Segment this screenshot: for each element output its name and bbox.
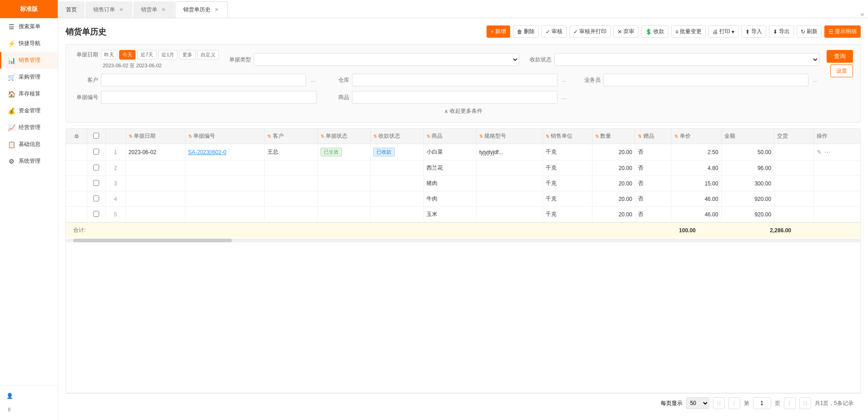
warehouse-dots[interactable]: ... — [560, 77, 568, 83]
sidebar-item-fund-mgmt[interactable]: 💰 资金管理 — [0, 102, 58, 119]
sidebar-item-search-menu[interactable]: ☰ 搜索菜单 — [0, 18, 58, 35]
sidebar-item-basic-info[interactable]: 📋 基础信息 — [0, 136, 58, 153]
col-doc-date[interactable]: ⇅ 单据日期 — [125, 129, 185, 144]
col-price[interactable]: ⇅ 单价 — [672, 129, 721, 144]
date-custom-btn[interactable]: 自定义 — [197, 50, 219, 60]
audit-button[interactable]: ✓ 审核 — [542, 25, 567, 38]
more-icon[interactable]: ⋯ — [824, 149, 830, 155]
batch-change-button[interactable]: ≡ 批量变更 — [671, 25, 706, 38]
col-qty[interactable]: ⇅ 数量 — [592, 129, 635, 144]
tab-close-sales-history[interactable]: ✕ — [213, 6, 220, 13]
row-checkbox[interactable] — [93, 195, 99, 201]
close-all-tabs-button[interactable]: ✕ — [860, 12, 864, 18]
fund-mgmt-icon: 💰 — [8, 107, 15, 115]
customer-input[interactable] — [101, 74, 306, 86]
col-doc-status[interactable]: ⇅ 单据状态 — [317, 129, 370, 144]
date-more-btn[interactable]: 更多 — [179, 50, 196, 60]
salesperson-input[interactable] — [603, 74, 808, 86]
date-month-btn[interactable]: 近1月 — [158, 50, 177, 60]
col-doc-no[interactable]: ⇅ 单据编号 — [185, 129, 265, 144]
col-checkbox[interactable] — [87, 129, 106, 144]
import-button[interactable]: ⬆ 导入 — [741, 25, 766, 38]
next-page-button[interactable]: ⟩ — [784, 397, 796, 409]
row-settings-cell — [66, 176, 87, 191]
filter-row-2: 客户 ... 仓库 ... 业务员 ... — [73, 74, 819, 86]
refresh-button[interactable]: ↻ 刷新 — [797, 25, 822, 38]
goods-input[interactable] — [352, 91, 557, 104]
last-page-button[interactable]: ⟩⟩ — [799, 397, 811, 409]
sidebar-item-purchase-mgmt[interactable]: 🛒 采购管理 — [0, 69, 58, 85]
tab-sales-goods[interactable]: 销货单 ✕ — [133, 1, 175, 18]
row-checkbox-cell[interactable] — [87, 191, 106, 207]
row-doc-no[interactable] — [185, 191, 265, 207]
tab-close-sales-order[interactable]: ✕ — [118, 6, 125, 13]
col-goods[interactable]: ⇅ 商品 — [423, 129, 476, 144]
page-number-input[interactable] — [753, 397, 771, 409]
col-payment-status[interactable]: ⇅ 收款状态 — [371, 129, 423, 144]
select-all-checkbox[interactable] — [93, 133, 99, 139]
date-yesterday-btn[interactable]: 昨天 — [101, 50, 117, 60]
row-checkbox[interactable] — [93, 211, 99, 217]
col-spec[interactable]: ⇅ 规格型号 — [477, 129, 543, 144]
horizontal-scrollbar[interactable] — [66, 239, 860, 242]
show-detail-button[interactable]: ☰ 显示明细 — [824, 25, 861, 38]
row-checkbox[interactable] — [93, 165, 99, 170]
sidebar-collapse[interactable]: ⏸ — [0, 403, 58, 416]
payment-status-select[interactable] — [554, 53, 819, 66]
prev-page-button[interactable]: ⟨ — [728, 397, 740, 409]
audit-print-button[interactable]: ✓ 审核并打印 — [569, 25, 611, 38]
col-customer[interactable]: ⇅ 客户 — [265, 129, 317, 144]
row-checkbox-cell[interactable] — [87, 207, 106, 222]
tab-home[interactable]: 首页 — [58, 1, 85, 18]
warehouse-input[interactable] — [352, 74, 557, 86]
sidebar-item-stock-calc[interactable]: 🏠 库存核算 — [0, 85, 58, 102]
row-checkbox-cell[interactable] — [87, 144, 106, 160]
tab-sales-order[interactable]: 销售订单 ✕ — [85, 1, 132, 18]
row-checkbox-cell[interactable] — [87, 176, 106, 191]
sidebar-item-ops-mgmt[interactable]: 📈 经营管理 — [0, 119, 58, 136]
customer-dots[interactable]: ... — [309, 77, 317, 83]
show-detail-icon: ☰ — [828, 29, 833, 35]
col-gift[interactable]: ⇅ 赠品 — [635, 129, 672, 144]
abandon-button[interactable]: ✕ 弃审 — [613, 25, 638, 38]
first-page-button[interactable]: ⟨⟨ — [713, 397, 725, 409]
date-week-btn[interactable]: 近7天 — [137, 50, 156, 60]
edit-icon[interactable]: ✎ — [817, 149, 822, 155]
doc-no-link[interactable]: SA-20230602-0 — [188, 149, 226, 155]
sidebar-item-quick-nav[interactable]: ⚡ 快捷导航 — [0, 35, 58, 52]
sidebar-item-sys-mgmt[interactable]: ⚙ 系统管理 — [0, 153, 58, 170]
date-today-btn[interactable]: 今天 — [119, 50, 135, 60]
doc-type-select[interactable] — [254, 53, 519, 66]
sidebar-user-avatar[interactable]: 👤 — [0, 389, 58, 403]
tab-close-sales-goods[interactable]: ✕ — [160, 6, 167, 13]
col-settings[interactable]: ⚙ — [66, 129, 87, 144]
tab-sales-history[interactable]: 销货单历史 ✕ — [176, 1, 228, 18]
delete-button[interactable]: 🗑 删除 — [513, 25, 539, 38]
goods-dots[interactable]: ... — [560, 94, 568, 100]
row-checkbox-cell[interactable] — [87, 160, 106, 176]
print-button[interactable]: 🖨 打印 ▾ — [708, 25, 738, 38]
col-unit[interactable]: ⇅ 销售单位 — [542, 129, 592, 144]
sidebar-item-sales-mgmt[interactable]: 📊 销售管理 — [0, 52, 58, 69]
sort-icon: ⇅ — [595, 134, 599, 139]
row-checkbox[interactable] — [93, 149, 99, 155]
scroll-thumb[interactable] — [73, 239, 232, 242]
row-doc-no[interactable] — [185, 160, 265, 176]
row-checkbox[interactable] — [93, 180, 99, 186]
salesperson-dots[interactable]: ... — [811, 77, 819, 83]
row-doc-status: 已生效 — [317, 144, 370, 160]
collapse-filter-button[interactable]: ∧ 收起更多条件 — [441, 105, 486, 117]
doc-no-input[interactable] — [101, 91, 317, 104]
new-button[interactable]: + 新增 — [487, 25, 510, 38]
set-button[interactable]: 设置 — [830, 65, 853, 77]
row-doc-no[interactable] — [185, 176, 265, 191]
page-size-select[interactable]: 20 50 100 — [686, 397, 709, 409]
row-num-cell: 2 — [105, 160, 125, 176]
export-button[interactable]: ⬇ 导出 — [769, 25, 794, 38]
sidebar-item-label: 库存核算 — [19, 90, 40, 98]
row-trade — [774, 144, 814, 160]
row-doc-no[interactable] — [185, 207, 265, 222]
row-doc-no[interactable]: SA-20230602-0 — [185, 144, 265, 160]
query-button[interactable]: 查询 — [827, 50, 853, 63]
collect-button[interactable]: 💲 收款 — [641, 25, 668, 38]
